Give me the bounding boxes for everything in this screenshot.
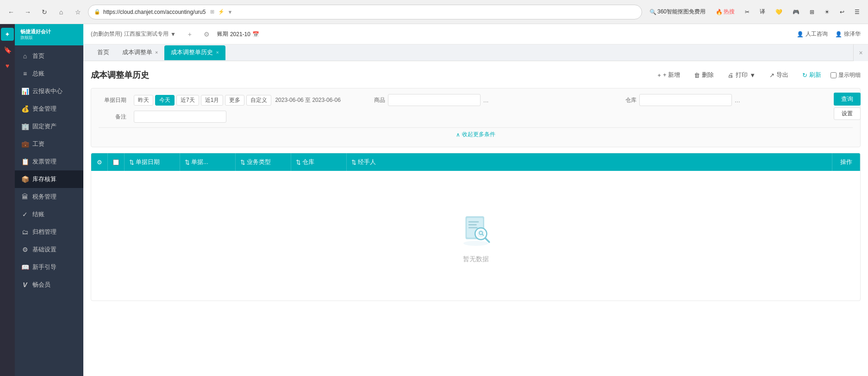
sidebar-item-archive[interactable]: 🗂 归档管理 bbox=[15, 223, 83, 241]
query-button[interactable]: 查询 bbox=[834, 93, 861, 106]
sidebar-item-tax[interactable]: 🏛 税务管理 bbox=[15, 188, 83, 206]
strip-item-active[interactable]: ✦ bbox=[1, 28, 14, 41]
remark-input[interactable] bbox=[134, 111, 226, 123]
page-close-button[interactable]: × bbox=[853, 44, 868, 61]
tab-cost-adjust-history-close[interactable]: × bbox=[216, 50, 219, 55]
sidebar-item-guide[interactable]: 📖 新手引导 bbox=[15, 258, 83, 276]
search-360-button[interactable]: 🔍 360智能抠图免费用 bbox=[646, 6, 709, 18]
topbar-settings-icon[interactable]: ⚙ bbox=[204, 31, 210, 38]
consultant-button[interactable]: 👤 人工咨询 bbox=[797, 30, 828, 38]
tabbar-wrapper: 首页 成本调整单 × 成本调整单历史 × × bbox=[83, 44, 868, 61]
sidebar-item-member[interactable]: V 畅会员 bbox=[15, 276, 83, 294]
reload-button[interactable]: ↻ bbox=[38, 6, 51, 19]
svg-line-8 bbox=[485, 238, 489, 242]
home-button[interactable]: ⌂ bbox=[55, 6, 68, 19]
sidebar-item-closing[interactable]: ✓ 结账 bbox=[15, 206, 83, 223]
th-gear[interactable]: ⚙ bbox=[91, 153, 108, 171]
table-container: ⚙ ⇅ 单据日期 ⇅ 单据... ⇅ 业务类型 bbox=[91, 153, 861, 301]
print-button[interactable]: 🖨 打印 ▼ bbox=[723, 69, 760, 81]
game-button[interactable]: 🎮 bbox=[789, 7, 803, 17]
sidebar-item-ledger[interactable]: ≡ 总账 bbox=[15, 65, 83, 82]
sidebar-item-invoice[interactable]: 📋 发票管理 bbox=[15, 153, 83, 170]
wallet-button[interactable]: 💛 bbox=[772, 7, 786, 17]
tab-cost-adjust[interactable]: 成本调整单 × bbox=[116, 45, 164, 60]
sidebar-item-home[interactable]: ⌂ 首页 bbox=[15, 47, 83, 65]
strip-item-2[interactable]: ♥ bbox=[1, 59, 14, 72]
product-more-dots[interactable]: ... bbox=[483, 96, 489, 104]
tab-cost-adjust-history[interactable]: 成本调整单历史 × bbox=[164, 45, 225, 60]
delete-button[interactable]: 🗑 删除 bbox=[689, 69, 718, 81]
page-header: 成本调整单历史 + + 新增 🗑 删除 🖨 打印 ▼ bbox=[91, 69, 861, 81]
tab-home[interactable]: 首页 bbox=[91, 45, 116, 60]
sidebar-header[interactable]: 畅捷通好会计 旗舰版 bbox=[15, 24, 83, 45]
refresh-button[interactable]: ↻ 刷新 bbox=[798, 69, 826, 81]
gear-icon: ⚙ bbox=[97, 159, 102, 166]
date-btn-today[interactable]: 今天 bbox=[155, 95, 175, 106]
sidebar-item-inventory[interactable]: 📦 库存核算 bbox=[15, 170, 83, 188]
sidebar-item-payroll[interactable]: 💼 工资 bbox=[15, 135, 83, 153]
main-content: (勿删勿禁用) 江西服宝测试专用 ▼ + ⚙ 账期 2021-10 📅 👤 人工… bbox=[83, 24, 868, 376]
date-btn-7days[interactable]: 近7天 bbox=[176, 95, 199, 106]
tab-cost-adjust-close[interactable]: × bbox=[155, 50, 158, 55]
filter-date-buttons: 昨天 今天 近7天 近1月 更多 自定义 2023-06-06 至 2023-0… bbox=[134, 95, 341, 106]
sidebar-item-assets[interactable]: 🏢 固定资产 bbox=[15, 118, 83, 135]
warehouse-select[interactable] bbox=[639, 94, 732, 106]
tab-home-label: 首页 bbox=[97, 48, 109, 56]
forward-button[interactable]: → bbox=[21, 6, 34, 19]
th-person[interactable]: ⇅ 经手人 bbox=[347, 153, 832, 171]
th-number[interactable]: ⇅ 单据... bbox=[180, 153, 236, 171]
tax-icon: 🏛 bbox=[21, 193, 29, 201]
date-btn-custom[interactable]: 自定义 bbox=[246, 95, 271, 106]
sidebar-item-settings[interactable]: ⚙ 基础设置 bbox=[15, 241, 83, 258]
back-button[interactable]: ← bbox=[5, 6, 18, 19]
strip-item-1[interactable]: 🔖 bbox=[1, 44, 14, 56]
date-btn-more[interactable]: 更多 bbox=[225, 95, 244, 106]
th-warehouse[interactable]: ⇅ 仓库 bbox=[291, 153, 347, 171]
select-all-checkbox[interactable] bbox=[113, 159, 119, 165]
th-check[interactable] bbox=[108, 153, 125, 171]
empty-illustration bbox=[455, 208, 497, 250]
company-notice: (勿删勿禁用) bbox=[91, 30, 122, 38]
th-date[interactable]: ⇅ 单据日期 bbox=[125, 153, 180, 171]
tab-cost-adjust-label: 成本调整单 bbox=[122, 48, 152, 56]
member-icon: V bbox=[21, 281, 29, 288]
sidebar-item-ledger-label: 总账 bbox=[32, 69, 44, 78]
translate-button[interactable]: 译 bbox=[756, 6, 769, 18]
sidebar-item-funds[interactable]: 💰 资金管理 bbox=[15, 100, 83, 118]
menu-button[interactable]: ☰ bbox=[851, 7, 863, 17]
avatar: 👤 bbox=[835, 31, 842, 38]
hot-search-button[interactable]: 🔥 热搜 bbox=[712, 6, 738, 18]
brightness-button[interactable]: ☀ bbox=[821, 7, 833, 17]
sidebar-item-reports[interactable]: 📊 云报表中心 bbox=[15, 82, 83, 100]
product-label: 商品 bbox=[357, 96, 385, 104]
date-btn-1month[interactable]: 近1月 bbox=[201, 95, 224, 106]
topbar-company[interactable]: (勿删勿禁用) 江西服宝测试专用 ▼ bbox=[91, 30, 176, 38]
display-detail-input[interactable] bbox=[831, 72, 837, 78]
grid-button[interactable]: ⊞ bbox=[806, 7, 818, 17]
date-btn-yesterday[interactable]: 昨天 bbox=[134, 95, 153, 106]
company-dropdown-icon: ▼ bbox=[170, 31, 176, 38]
display-detail-checkbox[interactable]: 显示明细 bbox=[831, 71, 861, 79]
warehouse-more-dots[interactable]: ... bbox=[735, 96, 740, 104]
user-button[interactable]: 👤 徐泽华 bbox=[835, 30, 861, 38]
warehouse-filter: 仓库 ... bbox=[609, 94, 853, 106]
warehouse-label: 仓库 bbox=[609, 96, 637, 104]
settings-button[interactable]: 设置 bbox=[834, 107, 861, 120]
th-type[interactable]: ⇅ 业务类型 bbox=[236, 153, 291, 171]
undo-button[interactable]: ↩ bbox=[836, 7, 848, 17]
reports-icon: 📊 bbox=[21, 88, 29, 95]
new-button[interactable]: + + 新增 bbox=[653, 69, 685, 81]
product-filter: 商品 ... bbox=[357, 94, 601, 106]
address-bar[interactable]: 🔒 https://cloud.chanjet.com/accounting/u… bbox=[88, 5, 642, 19]
print-icon: 🖨 bbox=[728, 72, 734, 79]
refresh-icon: ↻ bbox=[802, 72, 807, 79]
sidebar-logo-sub: 旗舰版 bbox=[20, 35, 51, 41]
url-text: https://cloud.chanjet.com/accounting/uru… bbox=[103, 9, 206, 15]
scissors-button[interactable]: ✂ bbox=[741, 7, 753, 17]
export-button[interactable]: ↗ 导出 bbox=[765, 69, 793, 81]
product-select[interactable] bbox=[388, 94, 481, 106]
topbar-add-button[interactable]: + bbox=[183, 28, 196, 41]
bookmark-button[interactable]: ☆ bbox=[71, 6, 84, 19]
collapse-button[interactable]: ∧ 收起更多条件 bbox=[99, 127, 853, 141]
fire-icon: 🔥 bbox=[716, 9, 723, 15]
